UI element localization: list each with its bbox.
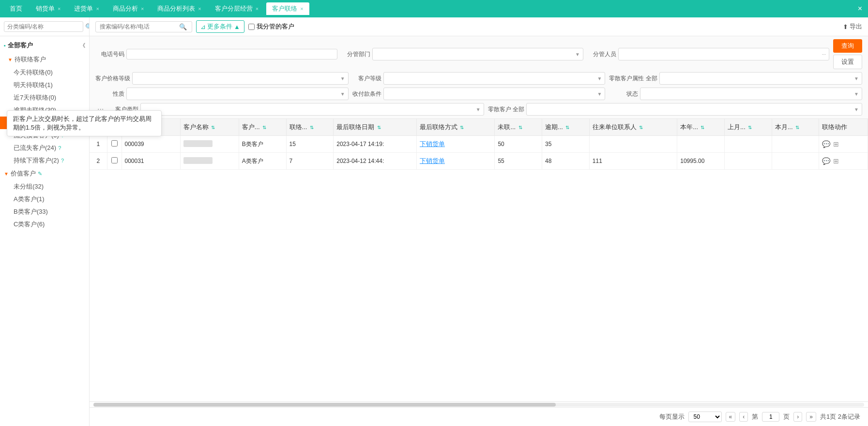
th-customer-type[interactable]: 客户... ⇅ — [239, 119, 286, 136]
th-last-month[interactable]: 上月... ⇅ — [724, 119, 772, 136]
td-last-method-1[interactable]: 下销货单 — [417, 136, 495, 153]
contact-icon-2[interactable]: 💬 — [822, 157, 830, 165]
row-checkbox-1[interactable] — [111, 140, 118, 147]
td-checkbox-1 — [107, 136, 122, 153]
payment-arrow-icon: ▼ — [597, 91, 602, 97]
th-this-year[interactable]: 本年... ⇅ — [677, 119, 725, 136]
price-level-select[interactable]: ▼ — [132, 72, 349, 85]
query-button[interactable]: 查询 — [833, 39, 862, 53]
th-uncontacted-days[interactable]: 未联... ⇅ — [495, 119, 542, 136]
sidebar-all-customers[interactable]: ▪ 全部客户 《 — [0, 38, 89, 53]
nav-item-analysis[interactable]: 商品分析 × — [107, 2, 150, 15]
sidebar-item-class-c[interactable]: C类客户(6) — [0, 218, 89, 231]
th-contacts[interactable]: 往来单位联系人 ⇅ — [589, 119, 677, 136]
nav-item-customer-layer[interactable]: 客户分层经营 × — [209, 2, 264, 15]
customer-type-select[interactable]: ▼ — [140, 103, 484, 116]
nav-item-sales[interactable]: 销货单 × — [30, 2, 66, 15]
sidebar-search-icon[interactable]: 🔍 — [85, 23, 90, 30]
nature-select[interactable]: ▼ — [126, 88, 349, 100]
setting-button[interactable]: 设置 — [833, 55, 862, 69]
sidebar-item-already-lost[interactable]: 已流失客户(24) ? — [0, 142, 89, 154]
last-method-link-2[interactable]: 下销货单 — [420, 157, 445, 164]
my-customers-checkbox[interactable] — [248, 24, 255, 30]
sidebar-search-input[interactable] — [4, 21, 83, 32]
search-box: 🔍 — [95, 21, 192, 32]
th-name[interactable]: 客户名称 ⇅ — [180, 119, 239, 136]
th-last-contact-method[interactable]: 最后联络方式 ⇅ — [417, 119, 495, 136]
sort-icon-last-month: ⇅ — [748, 125, 752, 130]
nav-label-customer-layer: 客户分层经营 — [215, 4, 253, 13]
class-c-label: C类客户(6) — [14, 220, 45, 228]
close-icon-customer-layer[interactable]: × — [256, 6, 259, 12]
main-search-icon[interactable]: 🔍 — [179, 23, 187, 30]
more-conditions-button[interactable]: ⊿ 更多条件 ▲ — [196, 20, 244, 33]
filter-row-2: 客户价格等级 ▼ 客户等级 ▼ 零散客户属性 全部 — [95, 72, 862, 85]
customer-level-select[interactable]: ▼ — [383, 72, 606, 85]
7days-pending-label: 近7天待联络(0) — [14, 94, 56, 101]
sidebar-collapse-btn[interactable]: 《 — [80, 42, 85, 49]
next-page-button[interactable]: › — [793, 412, 802, 422]
td-this-year-2: 10995.00 — [677, 153, 725, 170]
window-close-button[interactable]: × — [858, 4, 862, 13]
nav-item-home[interactable]: 首页 — [4, 2, 28, 15]
close-icon-purchase[interactable]: × — [96, 6, 99, 12]
filter-row-3: 性质 ▼ 收付款条件 ▼ 状态 — [95, 88, 862, 100]
sidebar-pending-section[interactable]: ▼ 待联络客户 — [0, 53, 89, 66]
th-overdue[interactable]: 逾期... ⇅ — [542, 119, 590, 136]
page-end-label: 页 — [783, 412, 790, 421]
person-arrow-icon: ··· — [822, 52, 826, 57]
sidebar-item-class-b[interactable]: B类客户(33) — [0, 206, 89, 218]
more-icon-1[interactable]: ⊞ — [833, 140, 839, 148]
dept-label: 分管部门 — [341, 50, 370, 59]
scattered-attr-select[interactable]: ▼ — [659, 72, 862, 85]
th-last-contact-date[interactable]: 最后联络日期 ⇅ — [334, 119, 417, 136]
sidebar-item-7days[interactable]: 近7天待联络(0) — [0, 91, 89, 104]
close-icon-analysis[interactable]: × — [141, 6, 144, 12]
td-last-method-2[interactable]: 下销货单 — [417, 153, 495, 170]
sort-icon-last-date: ⇅ — [377, 125, 381, 130]
export-button[interactable]: ⬆ 导出 — [843, 22, 862, 31]
row-checkbox-2[interactable] — [111, 157, 118, 163]
payment-select[interactable]: ▼ — [383, 88, 606, 100]
main-layout: 🔍 ▪ 全部客户 《 ▼ 待联络客户 今天待联络(0) 明天待联络(1) 近7天… — [0, 17, 868, 426]
th-customer-type-label: 客户... — [242, 123, 260, 131]
sidebar-item-continuous-down[interactable]: 持续下滑客户(2) ? — [0, 154, 89, 167]
sidebar-value-customer-header[interactable]: ▼ 价值客户 ✎ — [0, 167, 89, 180]
nav-item-analysis-list[interactable]: 商品分析列表 × — [152, 2, 207, 15]
per-page-select[interactable]: 50 20 100 — [688, 411, 722, 422]
customer-level-label: 客户等级 — [352, 74, 381, 83]
per-page-label: 每页显示 — [659, 412, 685, 421]
prev-page-button[interactable]: ‹ — [739, 412, 748, 422]
table-area: ⚙ 客户编码 ⇅ 客户名称 ⇅ 客户... — [90, 119, 868, 401]
status-select[interactable]: ▼ — [640, 88, 862, 100]
close-icon-customer-contact[interactable]: × — [300, 6, 303, 12]
sidebar-item-tomorrow[interactable]: 明天待联络(1) — [0, 79, 89, 91]
more-icon-2[interactable]: ⊞ — [833, 157, 839, 165]
th-contact-count[interactable]: 联络... ⇅ — [286, 119, 334, 136]
page-input[interactable] — [762, 412, 779, 422]
th-name-label: 客户名称 — [183, 123, 209, 131]
person-select[interactable]: ··· — [618, 48, 829, 60]
close-icon-sales[interactable]: × — [58, 6, 61, 12]
sidebar-item-class-a[interactable]: A类客户(1) — [0, 193, 89, 206]
last-method-link-1[interactable]: 下销货单 — [420, 140, 445, 147]
filter-nature: 性质 ▼ — [95, 88, 349, 100]
th-this-month[interactable]: 本月... ⇅ — [772, 119, 819, 136]
sidebar-item-today[interactable]: 今天待联络(0) — [0, 66, 89, 79]
first-page-button[interactable]: « — [726, 412, 736, 422]
scattered-customer-select[interactable]: ▼ — [526, 103, 862, 116]
horizontal-scrollbar[interactable] — [90, 401, 868, 407]
sidebar-item-ungroup[interactable]: 未分组(32) — [0, 180, 89, 193]
nav-item-purchase[interactable]: 进货单 × — [68, 2, 105, 15]
last-page-button[interactable]: » — [806, 412, 816, 422]
value-customer-edit-icon[interactable]: ✎ — [38, 171, 42, 177]
close-icon-analysis-list[interactable]: × — [198, 6, 201, 12]
phone-input[interactable] — [126, 49, 337, 59]
payment-label: 收付款条件 — [352, 90, 381, 98]
main-search-input[interactable] — [100, 23, 177, 30]
nav-item-customer-contact[interactable]: 客户联络 × — [266, 2, 309, 15]
contact-icon-1[interactable]: 💬 — [822, 140, 830, 148]
dept-select[interactable]: ▼ — [372, 48, 583, 60]
continuous-down-label: 持续下滑客户(2) — [14, 156, 59, 165]
td-contacts-2: 111 — [589, 153, 677, 170]
